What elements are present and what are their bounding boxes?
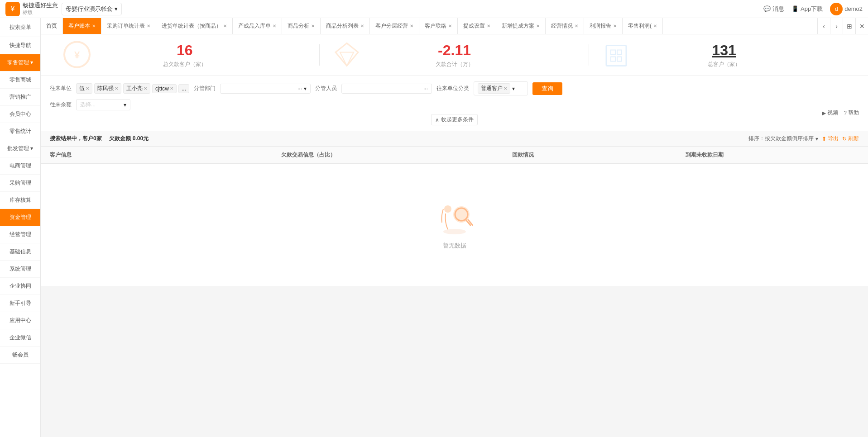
sidebar-item-wechat[interactable]: 企业微信	[0, 329, 40, 347]
unit-type-tag-close[interactable]: ✕	[504, 86, 507, 91]
tab-close-production-inbound[interactable]: ✕	[273, 24, 276, 28]
filter-row-1: 往来单位 伍 ✕ 陈民强 ✕ 王小亮 ✕	[50, 81, 859, 95]
sidebar-item-member-center[interactable]: 会员中心	[0, 106, 40, 123]
tab-close-product-analysis-list[interactable]: ✕	[360, 24, 364, 28]
collapse-btn[interactable]: ∧ 收起更多条件	[431, 114, 478, 125]
sidebar-item-sys-mgmt[interactable]: 系统管理	[0, 261, 40, 278]
svg-rect-5	[611, 50, 615, 54]
tab-bar: 首页 客户账本 ✕ 采购订单统计表 ✕ 进货单统计表（按商品） ✕ 产成品入库单…	[41, 18, 868, 34]
sidebar-item-basic-info[interactable]: 基础信息	[0, 243, 40, 261]
tab-retail-profit[interactable]: 零售利润( ✕	[623, 18, 663, 34]
balance-filter-select[interactable]: 选择... ▾	[76, 99, 130, 110]
tab-nav-btns: ‹ › ⊞ ✕	[817, 18, 868, 34]
tab-close-commission-settings[interactable]: ✕	[487, 24, 490, 28]
page-content: ¥ 16 总欠款客户（家）	[41, 34, 868, 437]
tab-add-commission[interactable]: 新增提成方案 ✕	[496, 18, 546, 34]
sort-icon: ▾	[815, 136, 818, 142]
tab-close-retail-profit[interactable]: ✕	[653, 24, 657, 28]
tab-prev-btn[interactable]: ‹	[817, 18, 830, 34]
sidebar-item-marketing[interactable]: 营销推广	[0, 89, 40, 106]
search-menu-btn[interactable]: 搜索菜单	[4, 22, 37, 33]
unit-tag-wu-close[interactable]: ✕	[86, 86, 89, 91]
export-btn[interactable]: ⬆ 导出	[822, 135, 839, 142]
tab-home[interactable]: 首页	[41, 18, 63, 34]
results-sort[interactable]: 排序：按欠款金额倒序排序 ▾	[748, 135, 818, 142]
tab-product-analysis-list[interactable]: 商品分析列表 ✕	[321, 18, 370, 34]
app-download-btn[interactable]: 📱 App下载	[791, 5, 823, 13]
top-bar-right: 💬 消息 📱 App下载 d demo2	[763, 3, 863, 15]
overdue-customers-label: 总欠款客户（家）	[163, 61, 206, 68]
tab-close-customer-ledger[interactable]: ✕	[92, 24, 96, 28]
sidebar-item-newbie[interactable]: 新手引导	[0, 295, 40, 312]
results-actions: 排序：按欠款金额倒序排序 ▾ ⬆ 导出 ↻ 刷新	[748, 135, 859, 142]
sidebar-item-member[interactable]: 畅会员	[0, 347, 40, 364]
sidebar-item-retail-stats[interactable]: 零售统计	[0, 123, 40, 140]
staff-more-icon: ···	[423, 86, 428, 92]
sidebar-item-retail-mall[interactable]: 零售商城	[0, 71, 40, 89]
store-name: 母婴行业演示帐套	[66, 5, 113, 13]
tab-close-inbound-stats[interactable]: ✕	[223, 24, 227, 28]
tab-next-btn[interactable]: ›	[830, 18, 843, 34]
unit-type-filter-select[interactable]: 普通客户 ✕ ▾	[474, 81, 528, 95]
refresh-btn[interactable]: ↻ 刷新	[842, 135, 859, 142]
tab-customer-connect[interactable]: 客户联络 ✕	[419, 18, 458, 34]
tab-product-analysis[interactable]: 商品分析 ✕	[282, 18, 321, 34]
tab-close-add-commission[interactable]: ✕	[536, 24, 540, 28]
tab-ops-situation[interactable]: 经营情况 ✕	[546, 18, 584, 34]
staff-filter-select[interactable]: ···	[341, 84, 432, 94]
stat-overdue-customers: ¥ 16 总欠款客户（家）	[50, 42, 320, 68]
sidebar-item-ops-mgmt[interactable]: 经营管理	[0, 226, 40, 243]
unit-tag-chen-close[interactable]: ✕	[115, 86, 118, 91]
tab-close-purchase-order-stats[interactable]: ✕	[147, 24, 150, 28]
app-download-label: App下载	[801, 5, 823, 13]
top-bar: ¥ 畅捷通好生意 标版 母婴行业演示帐套 ▾ 💬 消息 📱 App下载 d de…	[0, 0, 868, 18]
tab-customer-ledger[interactable]: 客户账本 ✕	[63, 18, 101, 34]
video-icon: ▶	[822, 110, 826, 116]
building-icon	[603, 41, 630, 69]
tab-production-inbound[interactable]: 产成品入库单 ✕	[233, 18, 282, 34]
unit-filter-tags: 伍 ✕ 陈民强 ✕ 王小亮 ✕ cjttcw ✕	[76, 83, 189, 94]
tab-expand-btn[interactable]: ⊞	[843, 18, 855, 34]
tab-purchase-order-stats[interactable]: 采购订单统计表 ✕	[101, 18, 156, 34]
query-button[interactable]: 查询	[532, 82, 562, 95]
col-due-date: 到期未收款日期	[686, 151, 859, 159]
user-area[interactable]: d demo2	[830, 3, 863, 15]
total-customers-value: 131	[712, 42, 736, 59]
tab-inbound-stats[interactable]: 进货单统计表（按商品） ✕	[156, 18, 233, 34]
tab-commission-settings[interactable]: 提成设置 ✕	[458, 18, 496, 34]
unit-tag-wang-close[interactable]: ✕	[144, 86, 147, 91]
svg-marker-2	[336, 43, 358, 66]
sidebar-item-batch-mgmt[interactable]: 批发管理 ▾	[0, 140, 40, 157]
tab-close-customer-segment[interactable]: ✕	[410, 24, 413, 28]
help-link[interactable]: ? 帮助	[844, 109, 859, 117]
video-link[interactable]: ▶ 视频	[822, 109, 838, 117]
tab-close-product-analysis[interactable]: ✕	[311, 24, 315, 28]
tab-customer-segment[interactable]: 客户分层经营 ✕	[370, 18, 419, 34]
sidebar-item-purchase-mgmt[interactable]: 采购管理	[0, 175, 40, 192]
tab-close-ops-situation[interactable]: ✕	[575, 24, 578, 28]
total-customers-label: 总客户（家）	[708, 61, 740, 68]
tab-close-profit-report[interactable]: ✕	[613, 24, 617, 28]
store-selector[interactable]: 母婴行业演示帐套 ▾	[62, 3, 122, 15]
dept-filter-select[interactable]: ··· ▾	[220, 84, 311, 94]
sidebar-search: 搜索菜单	[0, 18, 40, 37]
tab-profit-report[interactable]: 利润报告 ✕	[584, 18, 623, 34]
sidebar-item-enterprise[interactable]: 企业协同	[0, 278, 40, 295]
svg-rect-8	[617, 57, 622, 61]
sidebar-item-capital-mgmt[interactable]: 资金管理	[0, 209, 40, 226]
dept-dropdown-icon: ▾	[304, 86, 307, 92]
coin-icon: ¥	[63, 41, 91, 69]
tab-close-customer-connect[interactable]: ✕	[448, 24, 452, 28]
tab-close-all-btn[interactable]: ✕	[855, 18, 868, 34]
message-btn[interactable]: 💬 消息	[763, 5, 784, 13]
logo-icon: ¥	[5, 2, 20, 16]
sidebar-item-ecommerce-mgmt[interactable]: 电商管理	[0, 157, 40, 175]
unit-tag-cjttcw-close[interactable]: ✕	[170, 86, 173, 91]
logo-sub: 标版	[23, 9, 58, 16]
sidebar-item-inventory[interactable]: 库存核算	[0, 192, 40, 209]
sidebar-item-retail-mgmt[interactable]: 零售管理 ▾	[0, 54, 40, 71]
sidebar-item-quick-nav[interactable]: 快捷导航	[0, 37, 40, 54]
unit-tag-more[interactable]: ...	[178, 84, 189, 93]
sidebar-item-app-center[interactable]: 应用中心	[0, 312, 40, 329]
unit-tag-wang: 王小亮 ✕	[123, 83, 150, 94]
